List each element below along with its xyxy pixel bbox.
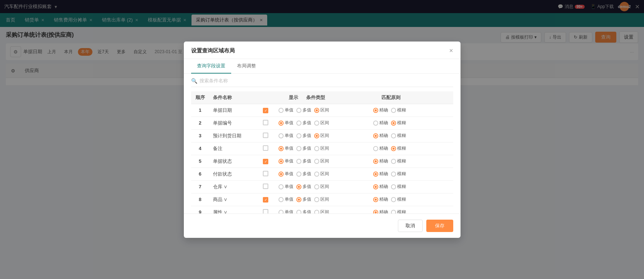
row-display-checkbox[interactable] bbox=[257, 206, 275, 213]
radio-single[interactable]: 单值 bbox=[278, 196, 293, 203]
dialog-footer: 取消 保存 bbox=[184, 213, 461, 238]
search-icon: 🔍 bbox=[191, 78, 197, 84]
row-display-checkbox[interactable] bbox=[257, 142, 275, 155]
radio-single[interactable]: 单值 bbox=[278, 120, 293, 126]
row-condition-type: 单值多值区间 bbox=[275, 206, 370, 213]
row-condition-name: 属性 ∨ bbox=[209, 206, 257, 213]
dialog-tab-query-fields[interactable]: 查询字段设置 bbox=[191, 59, 231, 74]
row-display-checkbox[interactable]: ✓ bbox=[257, 155, 275, 168]
radio-range[interactable]: 区间 bbox=[314, 120, 329, 126]
dialog-close-btn[interactable]: × bbox=[449, 47, 453, 54]
radio-multi[interactable]: 多值 bbox=[296, 184, 311, 190]
radio-exact[interactable]: 精确 bbox=[373, 158, 388, 164]
dialog-row: 1单据日期✓单值多值区间精确模糊 bbox=[191, 104, 453, 117]
dialog-title: 设置查询区域布局 bbox=[191, 47, 235, 54]
radio-single[interactable]: 单值 bbox=[278, 158, 293, 164]
dialog-tab-layout[interactable]: 布局调整 bbox=[231, 59, 262, 74]
radio-exact[interactable]: 精确 bbox=[373, 184, 388, 190]
dialog: 设置查询区域布局 × 查询字段设置 布局调整 🔍 顺序 条件名称 bbox=[184, 42, 461, 238]
radio-fuzzy[interactable]: 模糊 bbox=[391, 145, 406, 152]
radio-fuzzy[interactable]: 模糊 bbox=[391, 184, 406, 190]
radio-multi[interactable]: 多值 bbox=[296, 107, 311, 113]
dialog-table: 顺序 条件名称 显示 条件类型 匹配原则 bbox=[191, 91, 453, 104]
row-condition-type: 单值多值区间 bbox=[275, 180, 370, 193]
radio-multi[interactable]: 多值 bbox=[296, 158, 311, 164]
radio-range[interactable]: 区间 bbox=[314, 196, 329, 203]
row-condition-type: 单值多值区间 bbox=[275, 104, 370, 117]
radio-single[interactable]: 单值 bbox=[278, 209, 293, 213]
radio-exact[interactable]: 精确 bbox=[373, 107, 388, 113]
radio-single[interactable]: 单值 bbox=[278, 171, 293, 177]
dialog-row: 3预计到货日期单值多值区间精确模糊 bbox=[191, 129, 453, 142]
row-condition-type: 单值多值区间 bbox=[275, 168, 370, 180]
dialog-row: 5单据状态✓单值多值区间精确模糊 bbox=[191, 155, 453, 168]
modal-overlay[interactable]: 设置查询区域布局 × 查询字段设置 布局调整 🔍 顺序 条件名称 bbox=[0, 0, 644, 245]
radio-fuzzy[interactable]: 模糊 bbox=[391, 196, 406, 203]
radio-fuzzy[interactable]: 模糊 bbox=[391, 120, 406, 126]
row-display-checkbox[interactable] bbox=[257, 129, 275, 142]
row-display-checkbox[interactable] bbox=[257, 180, 275, 193]
row-match-rule: 精确模糊 bbox=[370, 104, 453, 117]
radio-exact[interactable]: 精确 bbox=[373, 145, 388, 152]
radio-multi[interactable]: 多值 bbox=[296, 120, 311, 126]
radio-fuzzy[interactable]: 模糊 bbox=[391, 133, 406, 139]
radio-exact[interactable]: 精确 bbox=[373, 133, 388, 139]
row-order: 9 bbox=[191, 206, 209, 213]
row-order: 6 bbox=[191, 168, 209, 180]
radio-multi[interactable]: 多值 bbox=[296, 171, 311, 177]
dialog-row: 6付款状态单值多值区间精确模糊 bbox=[191, 168, 453, 180]
row-match-rule: 精确模糊 bbox=[370, 117, 453, 129]
col-order: 顺序 bbox=[191, 91, 209, 104]
cancel-btn[interactable]: 取消 bbox=[398, 220, 423, 232]
radio-fuzzy[interactable]: 模糊 bbox=[391, 209, 406, 213]
row-display-checkbox[interactable] bbox=[257, 168, 275, 180]
radio-range[interactable]: 区间 bbox=[314, 209, 329, 213]
radio-fuzzy[interactable]: 模糊 bbox=[391, 107, 406, 113]
row-condition-name: 付款状态 bbox=[209, 168, 257, 180]
radio-multi[interactable]: 多值 bbox=[296, 133, 311, 139]
radio-range[interactable]: 区间 bbox=[314, 107, 329, 113]
row-condition-name: 仓库 ∨ bbox=[209, 180, 257, 193]
row-order: 7 bbox=[191, 180, 209, 193]
row-condition-type: 单值多值区间 bbox=[275, 129, 370, 142]
radio-single[interactable]: 单值 bbox=[278, 133, 293, 139]
save-btn[interactable]: 保存 bbox=[426, 220, 453, 232]
col-condition-type: 条件类型 bbox=[303, 91, 378, 104]
radio-range[interactable]: 区间 bbox=[314, 145, 329, 152]
row-display-checkbox[interactable] bbox=[257, 117, 275, 129]
col-name: 条件名称 bbox=[209, 91, 285, 104]
radio-exact[interactable]: 精确 bbox=[373, 209, 388, 213]
row-condition-name: 商品 ∨ bbox=[209, 193, 257, 206]
radio-fuzzy[interactable]: 模糊 bbox=[391, 158, 406, 164]
row-condition-name: 预计到货日期 bbox=[209, 129, 257, 142]
row-display-checkbox[interactable]: ✓ bbox=[257, 104, 275, 117]
radio-exact[interactable]: 精确 bbox=[373, 196, 388, 203]
radio-fuzzy[interactable]: 模糊 bbox=[391, 171, 406, 177]
radio-single[interactable]: 单值 bbox=[278, 107, 293, 113]
radio-single[interactable]: 单值 bbox=[278, 145, 293, 152]
radio-exact[interactable]: 精确 bbox=[373, 120, 388, 126]
dialog-row: 4备注单值多值区间精确模糊 bbox=[191, 142, 453, 155]
row-display-checkbox[interactable]: ✓ bbox=[257, 193, 275, 206]
row-match-rule: 精确模糊 bbox=[370, 193, 453, 206]
radio-exact[interactable]: 精确 bbox=[373, 171, 388, 177]
row-match-rule: 精确模糊 bbox=[370, 180, 453, 193]
radio-range[interactable]: 区间 bbox=[314, 133, 329, 139]
radio-range[interactable]: 区间 bbox=[314, 184, 329, 190]
col-display: 显示 bbox=[284, 91, 303, 104]
col-match-rule: 匹配原则 bbox=[378, 91, 453, 104]
dialog-header: 设置查询区域布局 × bbox=[184, 42, 461, 59]
radio-range[interactable]: 区间 bbox=[314, 158, 329, 164]
search-box: 🔍 bbox=[191, 78, 453, 87]
dialog-row: 2单据编号单值多值区间精确模糊 bbox=[191, 117, 453, 129]
row-order: 3 bbox=[191, 129, 209, 142]
search-input[interactable] bbox=[199, 78, 272, 83]
radio-multi[interactable]: 多值 bbox=[296, 145, 311, 152]
radio-multi[interactable]: 多值 bbox=[296, 209, 311, 213]
radio-range[interactable]: 区间 bbox=[314, 171, 329, 177]
radio-multi[interactable]: 多值 bbox=[296, 196, 311, 203]
row-condition-name: 单据日期 bbox=[209, 104, 257, 117]
radio-single[interactable]: 单值 bbox=[278, 184, 293, 190]
row-order: 4 bbox=[191, 142, 209, 155]
row-condition-type: 单值多值区间 bbox=[275, 155, 370, 168]
